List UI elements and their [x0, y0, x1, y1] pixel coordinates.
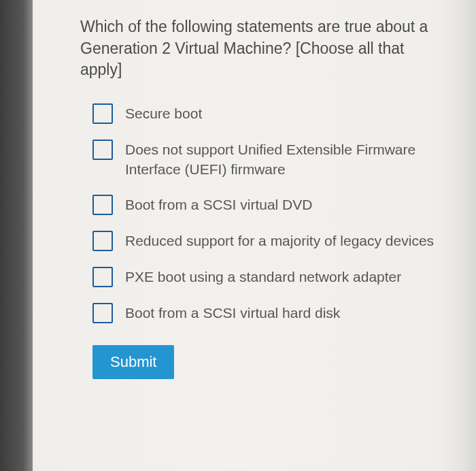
checkbox[interactable]: [92, 140, 113, 160]
option-label: Secure boot: [125, 103, 202, 123]
option-label: Reduced support for a majority of legacy…: [125, 230, 434, 250]
option-label: PXE boot using a standard network adapte…: [125, 266, 401, 287]
option-label: Boot from a SCSI virtual hard disk: [125, 302, 340, 323]
option-row[interactable]: Boot from a SCSI virtual hard disk: [92, 302, 449, 323]
option-row[interactable]: Does not support Unified Extensible Firm…: [92, 139, 449, 179]
screen-bezel-left: [0, 0, 33, 471]
checkbox[interactable]: [92, 231, 113, 251]
option-label: Does not support Unified Extensible Firm…: [125, 139, 449, 179]
option-label: Boot from a SCSI virtual DVD: [125, 194, 312, 214]
option-row[interactable]: Secure boot: [92, 103, 449, 124]
submit-button[interactable]: Submit: [92, 345, 174, 379]
options-list: Secure boot Does not support Unified Ext…: [80, 103, 449, 323]
option-row[interactable]: Reduced support for a majority of legacy…: [92, 230, 449, 251]
checkbox[interactable]: [92, 103, 113, 124]
option-row[interactable]: PXE boot using a standard network adapte…: [92, 266, 449, 287]
checkbox[interactable]: [92, 267, 113, 287]
checkbox[interactable]: [92, 195, 113, 215]
question-prompt: Which of the following statements are tr…: [80, 16, 449, 81]
option-row[interactable]: Boot from a SCSI virtual DVD: [92, 194, 449, 215]
quiz-content: Which of the following statements are tr…: [33, 0, 476, 471]
checkbox[interactable]: [92, 303, 113, 323]
